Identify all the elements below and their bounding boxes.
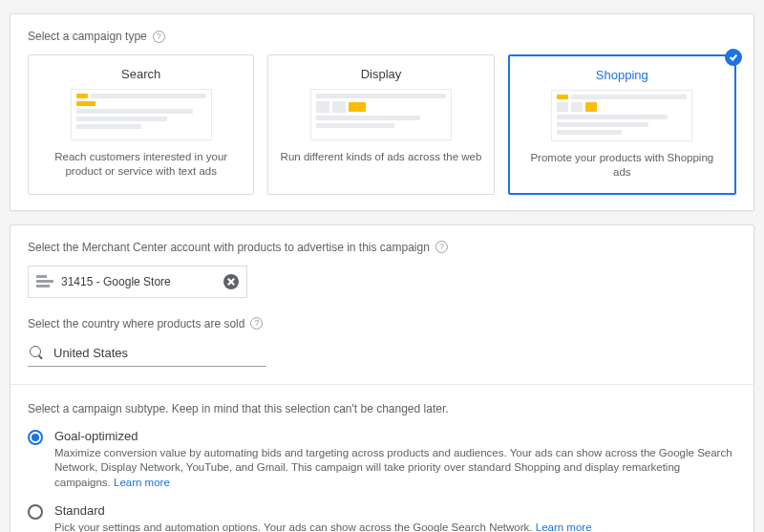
radio-body: Goal-optimized Maximize conversion value… <box>54 429 736 491</box>
country-input-row[interactable] <box>28 342 266 367</box>
card-desc: Run different kinds of ads across the we… <box>280 150 481 164</box>
campaign-type-panel: Select a campaign type ? Search Reach cu… <box>10 13 754 211</box>
radio-standard[interactable]: Standard Pick your settings and automati… <box>28 503 736 532</box>
shopping-thumb-icon <box>551 90 692 141</box>
country-label-text: Select the country where products are so… <box>28 317 244 330</box>
merchant-label: Select the Merchant Center account with … <box>28 241 736 254</box>
help-icon[interactable]: ? <box>153 31 165 43</box>
radio-goal-optimized[interactable]: Goal-optimized Maximize conversion value… <box>28 429 736 491</box>
help-icon[interactable]: ? <box>435 241 448 253</box>
learn-more-link[interactable]: Learn more <box>536 521 592 532</box>
display-thumb-icon <box>310 89 452 140</box>
subtype-label-text: Select a campaign subtype. Keep in mind … <box>28 402 449 415</box>
radio-title: Standard <box>54 503 592 518</box>
radio-body: Standard Pick your settings and automati… <box>54 503 592 532</box>
clear-icon[interactable] <box>223 274 239 289</box>
campaign-card-shopping[interactable]: Shopping Promote your products with Shop… <box>508 54 736 195</box>
card-desc: Reach customers interested in your produ… <box>40 150 242 179</box>
campaign-card-search[interactable]: Search Reach customers interested in you… <box>28 54 254 195</box>
radio-desc: Maximize conversion value by automating … <box>54 446 736 491</box>
search-icon <box>30 346 44 360</box>
radio-title: Goal-optimized <box>54 429 736 443</box>
merchant-select[interactable]: 31415 - Google Store <box>28 266 247 298</box>
country-label: Select the country where products are so… <box>28 317 736 330</box>
card-title: Shopping <box>521 68 723 82</box>
check-icon <box>725 49 742 66</box>
merchant-value: 31415 - Google Store <box>61 275 171 288</box>
campaign-type-cards: Search Reach customers interested in you… <box>28 54 736 195</box>
divider <box>11 384 753 385</box>
campaign-card-display[interactable]: Display Run different kinds of ads acros… <box>267 54 494 195</box>
learn-more-link[interactable]: Learn more <box>114 477 170 488</box>
campaign-type-label: Select a campaign type ? <box>28 30 736 43</box>
search-thumb-icon <box>71 89 212 140</box>
merchant-label-text: Select the Merchant Center account with … <box>28 241 430 254</box>
radio-desc-text: Pick your settings and automation option… <box>54 521 533 532</box>
radio-icon <box>28 504 43 520</box>
card-desc: Promote your products with Shopping ads <box>521 151 723 180</box>
radio-desc: Pick your settings and automation option… <box>54 521 592 532</box>
merchant-icon <box>36 275 53 288</box>
country-input[interactable] <box>53 346 265 360</box>
campaign-settings-panel: Select the Merchant Center account with … <box>10 224 754 532</box>
card-title: Search <box>40 67 242 81</box>
help-icon[interactable]: ? <box>250 317 263 330</box>
campaign-type-label-text: Select a campaign type <box>28 30 147 43</box>
card-title: Display <box>280 67 481 81</box>
radio-icon <box>28 430 43 445</box>
subtype-label: Select a campaign subtype. Keep in mind … <box>28 402 736 415</box>
